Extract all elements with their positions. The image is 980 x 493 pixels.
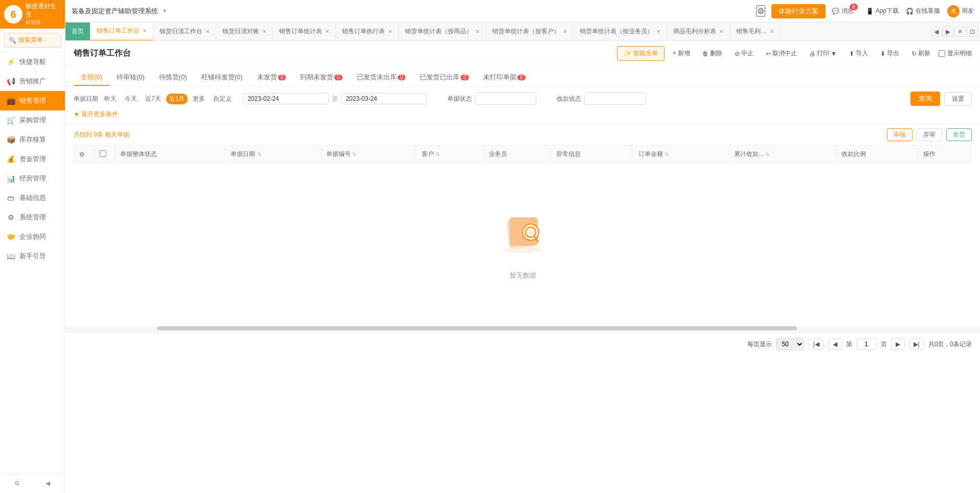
sort-icon[interactable]: ⇅ [665, 151, 669, 157]
tab-home[interactable]: 首页 [65, 23, 90, 41]
solution-button[interactable]: 体验行业方案 [771, 4, 826, 18]
show-detail-input[interactable] [939, 50, 945, 57]
sidebar-item-enterprise[interactable]: 🤝 企业协同 [0, 227, 65, 246]
message-button[interactable]: 💬 6 消息 [832, 7, 854, 15]
sidebar-item-base[interactable]: 🗃 基础信息 [0, 188, 65, 208]
chart-icon: 📊 [6, 174, 15, 183]
app-download-button[interactable]: 📱 App下载 [866, 7, 899, 15]
ship-button[interactable]: 发货 [946, 128, 972, 141]
subtab-not-printed[interactable]: 未打印单据0 [476, 70, 533, 86]
tab-gross-margin[interactable]: 商品毛利分析表 ✕ [667, 23, 730, 41]
col-settings[interactable]: ⚙ [74, 146, 95, 163]
sidebar-item-inventory[interactable]: 📦 库存核算 [0, 130, 65, 149]
tab-next-button[interactable]: ▶ [943, 27, 953, 37]
online-service-button[interactable]: 🎧 在线客服 [906, 7, 940, 15]
date-option-more[interactable]: 更多 [190, 94, 208, 104]
set-button[interactable]: 设置 [944, 92, 972, 106]
tab-sales-stats[interactable]: 销售订单统计表 ✕ [273, 23, 336, 41]
sidebar-item-business[interactable]: 📊 经营管理 [0, 169, 65, 188]
next-page-button[interactable]: ▶ [891, 339, 905, 350]
tab-reconcile[interactable]: 钱货日清对账 ✕ [216, 23, 273, 41]
close-icon[interactable]: ✕ [325, 29, 329, 34]
close-icon[interactable]: ✕ [656, 29, 660, 34]
user-menu-button[interactable]: 友 用友 [947, 5, 974, 17]
sort-icon[interactable]: ⇅ [765, 151, 769, 157]
close-icon[interactable]: ✕ [563, 29, 567, 34]
tab-sales-margin[interactable]: 销售毛利… ✕ [730, 23, 781, 41]
close-icon[interactable]: ✕ [475, 29, 480, 34]
search-menu-button[interactable]: 🔍 搜索菜单 [4, 33, 61, 48]
print-button[interactable]: 🖨 打印 ▼ [805, 47, 841, 60]
collapse-sidebar-button[interactable]: ◀ [35, 478, 61, 489]
sort-icon[interactable]: ⇅ [436, 151, 440, 157]
subtab-shipped-not-out[interactable]: 已发货未出库0 [350, 70, 413, 86]
tab-prev-button[interactable]: ◀ [931, 27, 942, 37]
close-icon[interactable]: ✕ [388, 29, 392, 34]
refresh-button[interactable]: ↻ 刷新 [907, 47, 935, 60]
tab-daily-clear[interactable]: 钱货日清工作台 ✕ [153, 23, 216, 41]
page-input[interactable] [856, 339, 877, 350]
revoke-audit-button[interactable]: 弃审 [917, 128, 942, 141]
tab-sales-exec[interactable]: 销售订单执行表 ✕ [336, 23, 399, 41]
tab-expand-button[interactable]: ⊡ [967, 27, 978, 37]
close-icon[interactable]: ✕ [143, 28, 147, 34]
last-page-button[interactable]: ▶| [909, 339, 924, 350]
date-option-1month[interactable]: 近1月 [166, 94, 188, 104]
topbar-settings-button[interactable]: ⚙ [756, 5, 765, 17]
import-button[interactable]: ⬆ 导入 [845, 47, 872, 60]
close-icon[interactable]: ✕ [206, 29, 210, 34]
date-option-custom[interactable]: 自定义 [210, 94, 235, 104]
payment-select[interactable] [584, 93, 646, 105]
tab-sales-by-customer[interactable]: 销货单统计表（按客户） ✕ [486, 23, 574, 41]
sidebar-item-label: 经营管理 [19, 174, 46, 183]
date-option-7days[interactable]: 近7天 [142, 94, 164, 104]
sidebar-item-finance[interactable]: 💰 资金管理 [0, 149, 65, 169]
per-page-select[interactable]: 50 10 20 100 [776, 338, 804, 350]
smart-generate-button[interactable]: ✨ 智能生单 [617, 46, 664, 61]
subtab-not-shipped[interactable]: 未发货0 [250, 70, 293, 86]
close-icon[interactable]: ✕ [262, 29, 266, 34]
subtab-pending-audit[interactable]: 待审核(0) [109, 70, 152, 86]
expand-filter-button[interactable]: ▼ 展开更多条件 [74, 110, 972, 119]
subtab-overdue-not-shipped[interactable]: 到期未发货0 [293, 70, 350, 86]
sidebar-item-quick-nav[interactable]: ⚡ 快捷导航 [0, 52, 65, 72]
sidebar-item-label: 资金管理 [19, 154, 46, 164]
subtab-shop-pending-ship[interactable]: 旺铺待发货(0) [194, 70, 250, 86]
date-to-input[interactable] [341, 93, 427, 104]
tab-sales-order-workbench[interactable]: 销售订单工作台 ✕ [90, 23, 153, 41]
subtab-pending-pick[interactable]: 待拣货(0) [152, 70, 194, 86]
audit-button[interactable]: 审核 [887, 128, 913, 141]
close-icon[interactable]: ✕ [770, 29, 774, 34]
show-detail-checkbox[interactable]: 显示明细 [939, 49, 972, 58]
col-checkbox[interactable] [95, 146, 115, 163]
scrollbar-thumb[interactable] [157, 326, 797, 330]
tab-sales-by-product[interactable]: 销货单统计表（按商品） ✕ [399, 23, 486, 41]
sidebar-item-system[interactable]: ⚙ 系统管理 [0, 208, 65, 227]
settings-bottom-button[interactable]: ⚙ [4, 478, 31, 489]
sort-icon[interactable]: ⇅ [352, 151, 356, 157]
prev-page-button[interactable]: ◀ [828, 339, 842, 350]
export-button[interactable]: ⬇ 导出 [876, 47, 903, 60]
cancel-stop-button[interactable]: ↩ 取消中止 [762, 47, 801, 60]
delete-button[interactable]: 🗑 删除 [698, 47, 726, 60]
sort-icon[interactable]: ⇅ [257, 151, 261, 157]
sidebar-item-guide[interactable]: 📖 新手引导 [0, 246, 65, 266]
tab-close-all-button[interactable]: ✕ [954, 27, 966, 37]
date-from-input[interactable] [243, 93, 329, 104]
sidebar-item-purchase[interactable]: 🛒 采购管理 [0, 110, 65, 130]
subtab-shipped-out[interactable]: 已发货已出库0 [413, 70, 476, 86]
tab-sales-by-salesman[interactable]: 销货单统计表（按业务员） ✕ [574, 23, 667, 41]
date-option-today[interactable]: 今天 [122, 94, 140, 104]
select-all-checkbox[interactable] [100, 150, 106, 157]
horizontal-scrollbar[interactable] [65, 326, 980, 332]
status-select[interactable] [475, 93, 536, 105]
first-page-button[interactable]: |◀ [808, 339, 824, 350]
stop-button[interactable]: ⊘ 中止 [731, 47, 758, 60]
close-icon[interactable]: ✕ [719, 29, 723, 34]
add-button[interactable]: + 新增 [669, 47, 694, 60]
sidebar-item-sales[interactable]: 💼 销售管理 [0, 91, 65, 110]
subtab-all[interactable]: 全部(0) [74, 70, 109, 86]
date-option-yesterday[interactable]: 昨天 [101, 94, 120, 104]
sidebar-item-marketing[interactable]: 📢 营销推广 [0, 72, 65, 91]
query-button[interactable]: 查询 [910, 92, 940, 106]
